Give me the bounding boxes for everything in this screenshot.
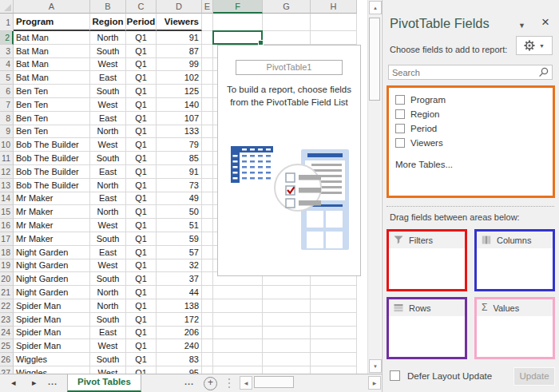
cell-A15[interactable]: Mr Maker — [14, 205, 90, 219]
cell-C5[interactable]: Q1 — [126, 71, 157, 85]
sheet-nav-prev-icon[interactable]: ◂ — [11, 378, 16, 388]
cell-C25[interactable]: Q1 — [126, 339, 157, 353]
cell-A25[interactable]: Spider Man — [14, 339, 90, 353]
row-header-10[interactable]: 10 — [0, 138, 14, 152]
search-icon[interactable] — [538, 67, 549, 77]
row-header-16[interactable]: 16 — [0, 219, 14, 232]
cell-B4[interactable]: West — [90, 58, 126, 72]
area-rows[interactable]: Rows — [387, 297, 467, 359]
hidden-tabs-left[interactable]: ... — [48, 377, 57, 386]
row-header-19[interactable]: 19 — [0, 259, 14, 273]
cell-H22[interactable] — [311, 299, 357, 313]
cell-D7[interactable]: 140 — [157, 98, 202, 112]
cell-D10[interactable]: 79 — [157, 138, 202, 152]
cell-A11[interactable]: Bob The Builder — [14, 152, 90, 165]
cell-B7[interactable]: West — [90, 98, 126, 112]
cell-B17[interactable]: South — [90, 232, 126, 246]
cell-A17[interactable]: Mr Maker — [14, 232, 90, 246]
fill-handle[interactable] — [258, 40, 264, 46]
field-item-program[interactable]: Program — [389, 93, 553, 107]
update-button[interactable]: Update — [513, 367, 555, 386]
cell-G25[interactable] — [263, 339, 311, 353]
column-header-G[interactable]: G — [263, 0, 311, 14]
area-drop-zone[interactable] — [389, 316, 465, 357]
cell-B11[interactable]: South — [90, 152, 126, 165]
row-header-8[interactable]: 8 — [0, 112, 14, 125]
row-header-22[interactable]: 22 — [0, 299, 14, 313]
cell-A2[interactable]: Bat Man — [14, 31, 90, 45]
cell-F27[interactable] — [213, 366, 263, 374]
pane-options-caret-icon[interactable]: ▼ — [518, 22, 525, 30]
cell-B8[interactable]: East — [90, 112, 126, 125]
row-header-15[interactable]: 15 — [0, 205, 14, 219]
cell-F24[interactable] — [213, 327, 263, 340]
column-header-B[interactable]: B — [90, 0, 126, 14]
horizontal-scrollbar[interactable]: ◀ ▶ — [240, 376, 381, 390]
cell-E7[interactable] — [202, 98, 213, 112]
cell-E18[interactable] — [202, 246, 213, 259]
cell-F25[interactable] — [213, 339, 263, 353]
cell-E2[interactable] — [202, 31, 213, 45]
cell-B22[interactable]: North — [90, 299, 126, 313]
row-header-18[interactable]: 18 — [0, 246, 14, 259]
column-header-F[interactable]: F — [213, 0, 263, 14]
row-header-20[interactable]: 20 — [0, 272, 14, 286]
cell-D8[interactable]: 107 — [157, 112, 202, 125]
row-header-2[interactable]: 2 — [0, 31, 14, 45]
cell-G27[interactable] — [263, 366, 311, 374]
cell-E17[interactable] — [202, 232, 213, 246]
cell-D22[interactable]: 138 — [157, 299, 202, 313]
search-input[interactable] — [389, 68, 538, 77]
cell-D18[interactable]: 57 — [157, 246, 202, 259]
cell-G24[interactable] — [263, 327, 311, 340]
cell-E23[interactable] — [202, 313, 213, 327]
cell-E8[interactable] — [202, 112, 213, 125]
cell-F1[interactable] — [213, 14, 263, 31]
scroll-down-button[interactable]: ▼ — [369, 359, 382, 373]
cell-B3[interactable]: South — [90, 45, 126, 58]
area-drop-zone[interactable] — [477, 248, 553, 289]
search-box[interactable] — [388, 65, 553, 80]
cell-C19[interactable]: Q1 — [126, 259, 157, 273]
column-header-C[interactable]: C — [126, 0, 157, 14]
cell-E3[interactable] — [202, 45, 213, 58]
cell-A24[interactable]: Spider Man — [14, 327, 90, 340]
cell-D14[interactable]: 49 — [157, 192, 202, 206]
row-header-3[interactable]: 3 — [0, 45, 14, 58]
area-values[interactable]: ΣValues — [474, 297, 555, 359]
row-header-11[interactable]: 11 — [0, 152, 14, 165]
cell-E27[interactable] — [202, 366, 213, 374]
cell-C15[interactable]: Q1 — [126, 205, 157, 219]
cell-E5[interactable] — [202, 71, 213, 85]
cell-C26[interactable]: Q1 — [126, 353, 157, 366]
scroll-up-button[interactable]: ▲ — [369, 1, 382, 14]
field-item-period[interactable]: Period — [389, 121, 553, 136]
row-header-21[interactable]: 21 — [0, 286, 14, 299]
cell-B6[interactable]: South — [90, 85, 126, 98]
cell-E14[interactable] — [202, 192, 213, 206]
row-header-4[interactable]: 4 — [0, 58, 14, 72]
cell-B5[interactable]: East — [90, 71, 126, 85]
more-tables-link[interactable]: More Tables... — [395, 160, 553, 169]
cell-D3[interactable]: 87 — [157, 45, 202, 58]
cell-B27[interactable]: West — [90, 366, 126, 374]
row-header-7[interactable]: 7 — [0, 98, 14, 112]
cell-C13[interactable]: Q1 — [126, 179, 157, 192]
cell-B20[interactable]: South — [90, 272, 126, 286]
cell-C24[interactable]: Q1 — [126, 327, 157, 340]
cell-F22[interactable] — [213, 299, 263, 313]
cell-H24[interactable] — [311, 327, 357, 340]
cell-D4[interactable]: 99 — [157, 58, 202, 72]
cell-D19[interactable]: 32 — [157, 259, 202, 273]
tab-scroll-divider[interactable] — [228, 378, 230, 389]
cell-A27[interactable]: Wiggles — [14, 366, 90, 374]
cell-E11[interactable] — [202, 152, 213, 165]
cell-B25[interactable]: West — [90, 339, 126, 353]
cell-D5[interactable]: 102 — [157, 71, 202, 85]
cell-A23[interactable]: Spider Man — [14, 313, 90, 327]
cell-A12[interactable]: Bob The Builder — [14, 165, 90, 179]
row-header-12[interactable]: 12 — [0, 165, 14, 179]
cell-G23[interactable] — [263, 313, 311, 327]
cell-A20[interactable]: Night Garden — [14, 272, 90, 286]
cell-D12[interactable]: 91 — [157, 165, 202, 179]
